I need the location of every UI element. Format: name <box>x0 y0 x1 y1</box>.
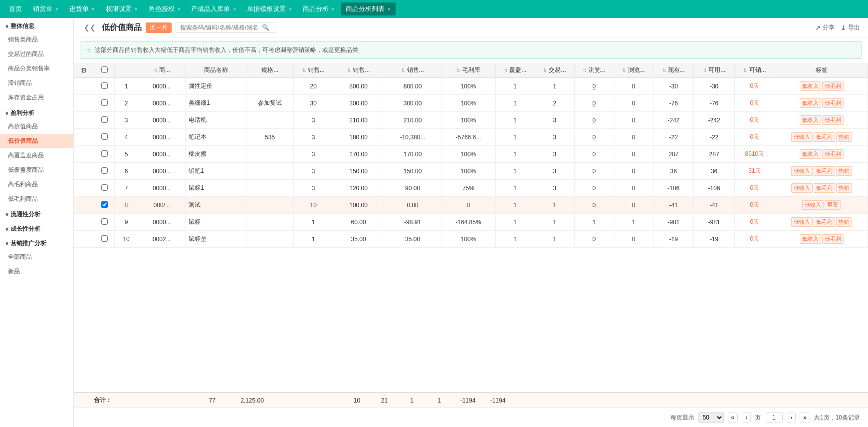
th-col2[interactable]: ⇅ 销售... <box>333 63 384 78</box>
sort-icon[interactable]: ⇅ <box>302 68 306 73</box>
row-checkbox-4[interactable] <box>101 150 108 157</box>
nav-item-1[interactable]: 销货单× <box>28 2 63 15</box>
row-5-checkbox[interactable] <box>94 163 115 180</box>
nav-close-1[interactable]: × <box>55 6 58 12</box>
row-3-col7[interactable]: 0 <box>574 129 614 146</box>
sort-icon[interactable]: ⇅ <box>401 68 405 73</box>
col7-link-6[interactable]: 0 <box>593 185 596 192</box>
sidebar-item-0-0[interactable]: 销售类商品 <box>0 32 73 47</box>
search-input[interactable] <box>180 24 260 31</box>
th-col7[interactable]: ⇅ 浏览... <box>574 63 614 78</box>
row-checkbox-9[interactable] <box>101 235 108 242</box>
th-col9[interactable]: ⇅ 现有... <box>653 63 694 78</box>
sort-icon[interactable]: ⇅ <box>622 68 626 73</box>
th-col1[interactable]: ⇅ 销售... <box>294 63 333 78</box>
th-col10[interactable]: ⇅ 可用... <box>694 63 734 78</box>
collapse-button[interactable]: ❮❮ <box>82 23 98 31</box>
sidebar-item-0-3[interactable]: 滞销商品 <box>0 76 73 90</box>
search-icon[interactable]: 🔍 <box>262 24 269 31</box>
sort-icon[interactable]: ⇅ <box>662 68 666 73</box>
row-checkbox-6[interactable] <box>101 184 108 191</box>
sidebar-item-1-0[interactable]: 高价值商品 <box>0 119 73 134</box>
col7-link-7[interactable]: 0 <box>593 202 596 209</box>
sidebar-item-4-0[interactable]: 全部商品 <box>0 250 73 264</box>
row-checkbox-7[interactable] <box>101 201 108 208</box>
nav-item-8[interactable]: 商品分析列表× <box>341 2 396 15</box>
sidebar-item-1-2[interactable]: 高覆盖度商品 <box>0 148 73 163</box>
col7-link-9[interactable]: 0 <box>593 236 596 243</box>
row-8-col7[interactable]: 1 <box>574 214 614 231</box>
col7-link-0[interactable]: 0 <box>593 83 596 90</box>
sidebar-group-1[interactable]: ∨ 盈利分析 <box>0 105 73 119</box>
sort-icon[interactable]: ⇅ <box>504 68 508 73</box>
export-button[interactable]: ⤓ 导出 <box>841 23 860 32</box>
row-2-checkbox[interactable] <box>94 112 115 129</box>
sidebar-item-1-3[interactable]: 低覆盖度商品 <box>0 163 73 177</box>
nav-close-8[interactable]: × <box>388 6 391 12</box>
sidebar-item-4-1[interactable]: 新品 <box>0 264 73 279</box>
row-checkbox-0[interactable] <box>101 82 108 89</box>
sidebar-group-2[interactable]: ∨ 流通性分析 <box>0 206 73 221</box>
share-button[interactable]: ↗ 分享 <box>815 23 835 32</box>
nav-close-3[interactable]: × <box>135 6 138 12</box>
row-4-col7[interactable]: 0 <box>574 146 614 163</box>
row-checkbox-1[interactable] <box>101 99 108 106</box>
col7-link-1[interactable]: 0 <box>593 100 596 107</box>
th-col3[interactable]: ⇅ 销售... <box>384 63 441 78</box>
sidebar-item-0-1[interactable]: 交易过的商品 <box>0 47 73 61</box>
row-checkbox-5[interactable] <box>101 167 108 174</box>
sidebar-item-1-4[interactable]: 高毛利商品 <box>0 177 73 192</box>
row-5-col7[interactable]: 0 <box>574 163 614 180</box>
sort-icon[interactable]: ⇅ <box>456 68 460 73</box>
nav-item-3[interactable]: 权限设置× <box>101 2 143 15</box>
row-0-checkbox[interactable] <box>94 78 115 95</box>
th-col-name[interactable]: 商品名称 <box>186 63 246 78</box>
prev-page-button[interactable]: ‹ <box>742 413 751 423</box>
th-col5[interactable]: ⇅ 覆盖... <box>495 63 535 78</box>
page-size-select[interactable]: 2050100 <box>698 412 724 423</box>
row-7-checkbox[interactable] <box>94 197 115 214</box>
col7-link-5[interactable]: 0 <box>593 168 596 175</box>
th-col11[interactable]: ⇅ 可销... <box>734 63 775 78</box>
sidebar-item-1-1[interactable]: 低价值商品 <box>0 134 73 148</box>
sidebar-group-0[interactable]: ∨ 整体信息 <box>0 18 73 32</box>
sidebar-item-1-5[interactable]: 低毛利商品 <box>0 192 73 206</box>
nav-item-4[interactable]: 角色授权× <box>144 2 186 15</box>
row-7-col7[interactable]: 0 <box>574 197 614 214</box>
col7-link-4[interactable]: 0 <box>593 151 596 158</box>
last-page-button[interactable]: » <box>800 413 810 423</box>
row-2-col7[interactable]: 0 <box>574 112 614 129</box>
row-8-checkbox[interactable] <box>94 214 115 231</box>
nav-close-6[interactable]: × <box>289 6 292 12</box>
first-page-button[interactable]: « <box>728 413 738 423</box>
row-4-checkbox[interactable] <box>94 146 115 163</box>
th-col-spec[interactable]: 规格... <box>246 63 294 78</box>
sidebar-item-0-4[interactable]: 库存资金占用 <box>0 90 73 105</box>
sidebar-group-3[interactable]: ∨ 成长性分析 <box>0 221 73 235</box>
row-1-checkbox[interactable] <box>94 95 115 112</box>
col7-link-3[interactable]: 0 <box>593 134 596 141</box>
nav-close-5[interactable]: × <box>233 6 236 12</box>
gear-icon[interactable]: ⚙ <box>81 66 87 74</box>
row-3-checkbox[interactable] <box>94 129 115 146</box>
nav-item-5[interactable]: 产成品入库单× <box>186 2 241 15</box>
nav-close-7[interactable]: × <box>332 6 335 12</box>
col7-link-2[interactable]: 0 <box>593 117 596 124</box>
col-checkbox[interactable] <box>94 63 115 78</box>
sidebar-item-0-2[interactable]: 商品分类销售率 <box>0 61 73 76</box>
sidebar-group-4[interactable]: ∨ 营销推广分析 <box>0 235 73 250</box>
th-col8[interactable]: ⇅ 浏览... <box>614 63 653 78</box>
sort-icon[interactable]: ⇅ <box>154 68 158 73</box>
row-0-col7[interactable]: 0 <box>574 78 614 95</box>
row-9-checkbox[interactable] <box>94 231 115 248</box>
row-checkbox-8[interactable] <box>101 218 108 225</box>
nav-item-2[interactable]: 进货单× <box>64 2 100 15</box>
th-col-code[interactable]: ⇅ 商... <box>138 63 186 78</box>
filter-tag-button[interactable]: 近一月 <box>146 22 172 33</box>
nav-close-2[interactable]: × <box>92 6 95 12</box>
row-6-col7[interactable]: 0 <box>574 180 614 197</box>
sort-icon[interactable]: ⇅ <box>743 68 747 73</box>
nav-close-4[interactable]: × <box>178 6 181 12</box>
th-col-tags[interactable]: 标签 <box>775 63 868 78</box>
next-page-button[interactable]: › <box>787 413 796 423</box>
